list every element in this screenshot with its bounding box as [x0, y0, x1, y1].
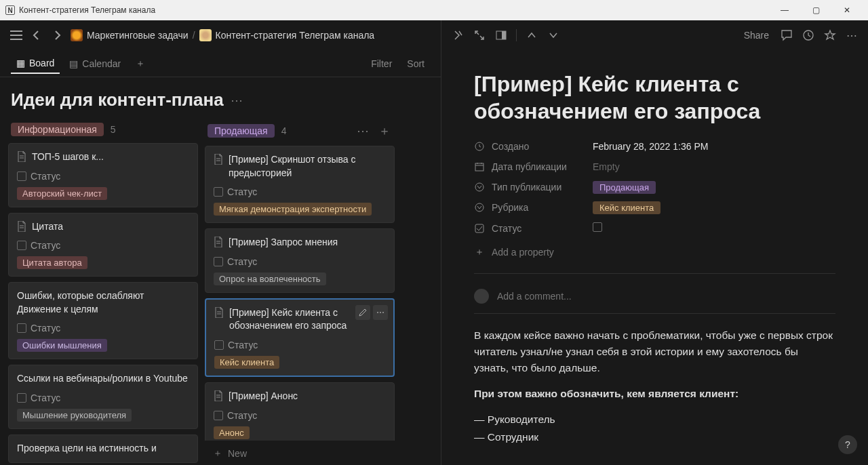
prop-label: Статус [492, 223, 521, 234]
next-page-icon[interactable] [547, 28, 560, 42]
checkbox-icon[interactable] [214, 340, 224, 350]
peek-mode-icon[interactable] [494, 28, 508, 42]
checkbox-icon[interactable] [593, 222, 602, 232]
notion-logo-icon: N [5, 5, 15, 15]
hamburger-icon[interactable] [9, 28, 23, 42]
window-maximize[interactable]: ▢ [800, 0, 831, 20]
page-icon [214, 390, 223, 401]
column-menu-icon[interactable]: ⋯ [355, 123, 370, 138]
checkbox-icon[interactable] [17, 241, 26, 250]
board-card-selected[interactable]: ⋯ [Пример] Кейс клиента с обозначением е… [205, 298, 395, 377]
svg-point-5 [475, 183, 484, 191]
column-header[interactable]: Продающая 4 ⋯ ＋ [205, 119, 395, 146]
card-title: ТОП-5 шагов к... [32, 150, 104, 164]
checkbox-icon[interactable] [17, 171, 26, 181]
add-view-button[interactable]: ＋ [130, 54, 151, 74]
window-close[interactable]: ✕ [831, 0, 863, 20]
window-minimize[interactable]: — [769, 0, 800, 20]
board-card[interactable]: Цитата Статус Цитата автора [8, 213, 198, 277]
board-card[interactable]: [Пример] Запрос мнения Статус Опрос на в… [205, 228, 395, 293]
comment-input[interactable] [497, 291, 835, 302]
help-button[interactable]: ? [838, 435, 857, 454]
share-button[interactable]: Share [744, 30, 772, 41]
board-card[interactable]: [Пример] Скриншот отзыва с предысторией … [205, 146, 395, 223]
page-emoji-icon [71, 29, 83, 41]
column-add-icon[interactable]: ＋ [377, 123, 392, 139]
page-properties: Создано February 28, 2022 1:36 PM Дата п… [474, 141, 835, 261]
card-pill: Ошибки мышления [17, 339, 107, 352]
status-label: Статус [228, 340, 258, 350]
updates-icon[interactable] [802, 28, 815, 42]
prop-label: Рубрика [492, 202, 528, 213]
column-header[interactable]: Информационная 5 [8, 119, 198, 143]
column-count: 4 [281, 125, 287, 136]
checkbox-icon[interactable] [214, 187, 223, 197]
divider [474, 273, 835, 274]
board-title[interactable]: Идеи для контент-плана [11, 89, 224, 110]
comments-icon[interactable] [780, 28, 793, 42]
add-property-button[interactable]: ＋ Add a property [474, 243, 835, 261]
svg-rect-7 [475, 224, 484, 232]
left-topbar: Маркетинговые задачи / Контент-стратегия… [0, 20, 441, 50]
page-icon [214, 307, 224, 318]
page-title[interactable]: [Пример] Кейс клиента с обозначением его… [474, 70, 835, 125]
sort-button[interactable]: Sort [401, 56, 430, 72]
plus-icon: ＋ [474, 246, 485, 258]
page-icon [214, 237, 223, 247]
add-card-button[interactable]: ＋ New [205, 442, 395, 465]
board-menu-icon[interactable]: ⋯ [231, 93, 243, 108]
column-tag: Продающая [208, 124, 275, 138]
board-card[interactable]: Ошибки, которые ослабляют Движение к цел… [8, 282, 198, 359]
prop-value: February 28, 2022 1:36 PM [593, 141, 708, 152]
prop-label: Создано [492, 141, 529, 152]
checkbox-icon[interactable] [214, 257, 223, 266]
page-menu-icon[interactable]: ⋯ [845, 28, 859, 42]
tab-calendar[interactable]: ▤ Calendar [64, 54, 126, 73]
prop-rubric[interactable]: Рубрика Кейс клиента [474, 202, 835, 213]
prop-pub-type[interactable]: Тип публикации Продающая [474, 182, 835, 193]
board-card[interactable]: [Пример] Анонс Статус Анонс [205, 382, 395, 441]
edit-icon[interactable] [355, 305, 370, 320]
page-body[interactable]: В каждом кейсе важно начать с проблемати… [474, 314, 835, 445]
breadcrumb-parent[interactable]: Маркетинговые задачи [87, 30, 189, 41]
tab-label: Calendar [82, 58, 121, 69]
tab-board[interactable]: ▦ Board [11, 54, 60, 74]
body-line: — Сотрудник [474, 429, 835, 445]
board-card[interactable]: Проверка цели на истинность и [8, 434, 198, 463]
board-card[interactable]: Ссылки на вебинары/ролики в Youtube Стат… [8, 365, 198, 429]
body-bold: При этом важно обозначить, кем является … [474, 388, 738, 399]
nav-forward-icon[interactable] [50, 28, 64, 42]
breadcrumb-current[interactable]: Контент-стратегия Телеграм канала [216, 30, 375, 41]
breadcrumb[interactable]: Маркетинговые задачи / Контент-стратегия… [71, 29, 374, 41]
checkbox-icon[interactable] [214, 411, 223, 420]
board-card[interactable]: ТОП-5 шагов к... Статус Авторский чек-ли… [8, 143, 198, 207]
card-pill: Цитата автора [17, 256, 87, 269]
card-menu-icon[interactable]: ⋯ [373, 305, 388, 320]
card-title: Цитата [32, 220, 63, 234]
prop-status[interactable]: Статус [474, 222, 835, 234]
prop-value-empty: Empty [593, 161, 620, 172]
prop-pub-date[interactable]: Дата публикации Empty [474, 161, 835, 172]
card-title: Проверка цели на истинность и [17, 442, 157, 456]
window-titlebar: N Контент-стратегия Телеграм канала — ▢ … [0, 0, 868, 20]
favorite-icon[interactable] [823, 28, 837, 42]
filter-button[interactable]: Filter [366, 56, 397, 72]
plus-icon: ＋ [213, 447, 222, 460]
status-label: Статус [227, 256, 257, 267]
checkbox-icon[interactable] [17, 323, 26, 333]
prop-created[interactable]: Создано February 28, 2022 1:36 PM [474, 141, 835, 152]
board-title-row: Идеи для контент-плана ⋯ [0, 77, 441, 119]
prev-page-icon[interactable] [525, 28, 538, 42]
board-panel: Маркетинговые задачи / Контент-стратегия… [0, 20, 441, 465]
nav-back-icon[interactable] [30, 28, 43, 42]
avatar [474, 289, 489, 304]
board-columns: Информационная 5 ТОП-5 шагов к... Статус… [0, 119, 441, 465]
breadcrumb-sep: / [193, 30, 195, 41]
page-emoji-icon [199, 29, 212, 41]
comment-row[interactable] [474, 283, 835, 314]
select-icon [474, 182, 485, 192]
collapse-icon[interactable] [451, 28, 465, 42]
prop-tag: Продающая [593, 181, 656, 194]
checkbox-icon[interactable] [17, 393, 26, 403]
expand-icon[interactable] [473, 28, 486, 42]
